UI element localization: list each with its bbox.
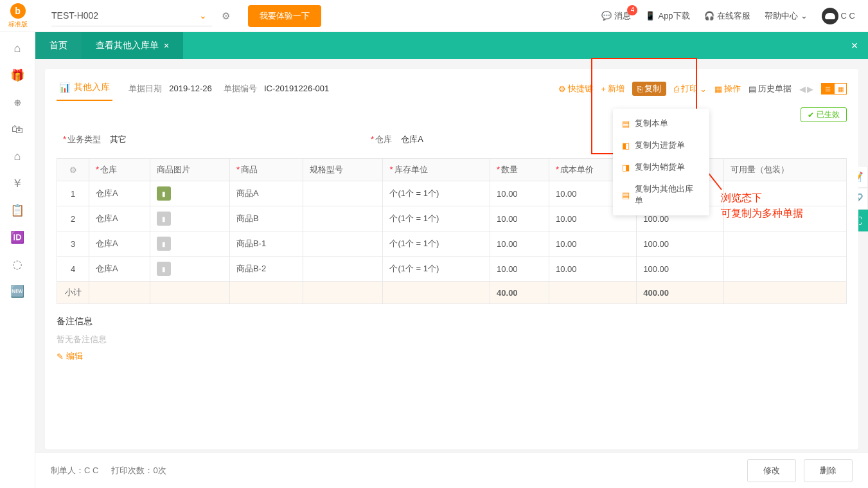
annotation-text: 浏览态下 可复制为多种单据	[721, 190, 803, 221]
tab-home[interactable]: 首页	[35, 32, 82, 59]
warehouse-label: 仓库	[375, 134, 392, 144]
cell-spec	[303, 231, 383, 257]
org-selector[interactable]: TEST-H002 ⌄	[51, 6, 212, 26]
close-all-tabs[interactable]: ×	[841, 32, 868, 59]
money-icon[interactable]: ￥	[11, 177, 24, 190]
tab-view-other-inbound[interactable]: 查看其他入库单 ×	[82, 32, 183, 59]
id-icon[interactable]: 🆔	[11, 231, 24, 244]
tab-active-label: 查看其他入库单	[96, 40, 159, 51]
cell-product: 商品A	[229, 181, 303, 206]
subtotal-row: 小计40.00400.00	[57, 282, 847, 304]
user-menu[interactable]: C C	[822, 8, 855, 24]
cell-available	[724, 257, 847, 282]
cell-unit: 个(1个 = 1个)	[383, 257, 490, 282]
clipboard-icon[interactable]: 📋	[11, 204, 24, 217]
remarks-placeholder: 暂无备注信息	[57, 334, 847, 345]
edit-icon: ✎	[57, 352, 64, 361]
product-image-icon: ▮	[157, 237, 171, 251]
view-toggle: ☰ ▦	[821, 83, 847, 95]
settings-icon[interactable]: ⚙	[222, 10, 230, 22]
creator-info: 制单人：C C	[51, 465, 98, 476]
list-view-toggle[interactable]: ☰	[821, 83, 834, 95]
operate-action[interactable]: ▦操作	[714, 83, 741, 95]
doc-out-icon: ▤	[622, 190, 630, 200]
cell-qty: 10.00	[490, 181, 549, 206]
logo[interactable]: b 标准版	[0, 3, 35, 29]
warehouse-field: *仓库 仓库A	[371, 134, 423, 145]
cell-unit: 个(1个 = 1个)	[383, 181, 490, 206]
messages-link[interactable]: 💬 消息 4	[601, 10, 631, 22]
online-service-label: 在线客服	[717, 10, 750, 22]
copy-sales-item[interactable]: ◨复制为销货单	[613, 156, 709, 178]
dotted-circle-icon[interactable]: ◌	[11, 258, 24, 271]
date-label: 单据日期	[128, 84, 162, 93]
online-service-link[interactable]: 🎧 在线客服	[704, 10, 750, 22]
cell-image: ▮	[150, 231, 229, 257]
help-center-link[interactable]: 帮助中心 ⌄	[765, 10, 808, 22]
close-icon[interactable]: ×	[164, 41, 169, 51]
subtotal-amount: 400.00	[637, 282, 724, 304]
edit-remarks-link[interactable]: ✎ 编辑	[57, 350, 847, 362]
row-index: 3	[57, 231, 89, 257]
logo-subtitle: 标准版	[8, 20, 28, 29]
copy-purchase-item[interactable]: ◧复制为进货单	[613, 134, 709, 156]
cart-in-icon: ◧	[622, 141, 630, 150]
gear-column[interactable]: ⚙	[57, 159, 89, 181]
dd-label-1: 复制本单	[635, 118, 668, 129]
home-icon[interactable]: ⌂	[11, 42, 24, 55]
copy-action[interactable]: ⎘复制	[632, 82, 666, 96]
form-row: *业务类型 其它 *仓库 仓库A	[45, 129, 858, 158]
modify-button[interactable]: 修改	[747, 459, 796, 482]
anno-line-1: 浏览态下	[721, 190, 803, 206]
house-money-icon[interactable]: ⎈	[11, 96, 24, 109]
cell-spec	[303, 181, 383, 206]
copy-other-outbound-item[interactable]: ▤复制为其他出库单	[613, 178, 709, 212]
app-download-label: App下载	[658, 10, 689, 22]
copy-icon: ⎘	[637, 84, 642, 94]
subtotal-label: 小计	[57, 282, 89, 304]
add-action[interactable]: +新增	[601, 83, 624, 95]
warehouse-icon[interactable]: ⌂	[11, 150, 24, 163]
delete-button[interactable]: 删除	[804, 459, 853, 482]
table-row[interactable]: 3仓库A▮商品B-1个(1个 = 1个)10.0010.00100.00	[57, 231, 847, 257]
remarks-section: 备注信息 暂无备注信息 ✎ 编辑	[45, 304, 858, 362]
phone-icon: 📱	[645, 11, 655, 21]
th-available: 可用量（包装）	[724, 159, 847, 181]
date-value: 2019-12-26	[169, 84, 212, 93]
gift-icon[interactable]: 🎁	[11, 69, 24, 82]
dd-label-2: 复制为进货单	[635, 140, 685, 151]
row-index: 2	[57, 206, 89, 231]
history-action[interactable]: ▤历史单据	[748, 83, 792, 95]
nav-arrows: ◀ ▶	[799, 84, 813, 94]
print-icon: ⎙	[674, 84, 679, 94]
bag-icon[interactable]: 🛍	[11, 123, 24, 136]
cell-warehouse: 仓库A	[89, 181, 150, 206]
doc-header: 📊 其他入库 单据日期 2019-12-26 单据编号 IC-20191226-…	[45, 69, 858, 101]
table-row[interactable]: 4仓库A▮商品B-2个(1个 = 1个)10.0010.00100.00	[57, 257, 847, 282]
plus-icon: +	[601, 84, 606, 94]
next-arrow[interactable]: ▶	[807, 84, 813, 94]
check-icon: ✔	[808, 111, 814, 120]
cell-product: 商品B	[229, 206, 303, 231]
trial-button[interactable]: 我要体验一下	[248, 5, 321, 27]
document-card: 📊 其他入库 单据日期 2019-12-26 单据编号 IC-20191226-…	[45, 69, 858, 449]
cell-spec	[303, 257, 383, 282]
app-download-link[interactable]: 📱 App下载	[645, 10, 689, 22]
print-action[interactable]: ⎙打印⌄	[674, 83, 707, 95]
cell-amount: 100.00	[637, 231, 724, 257]
copy-self-item[interactable]: ▤复制本单	[613, 113, 709, 134]
doc-title: 其他入库	[74, 82, 110, 93]
history-label: 历史单据	[758, 83, 792, 95]
doc-type-tab[interactable]: 📊 其他入库	[57, 77, 112, 101]
table-header-row: ⚙ *仓库 商品图片 *商品 规格型号 *库存单位 *数量 *成本单价 *成本金…	[57, 159, 847, 181]
avatar-icon	[822, 8, 838, 24]
grid-view-toggle[interactable]: ▦	[834, 83, 847, 95]
copy-label: 复制	[644, 83, 661, 95]
shortcut-action[interactable]: ⚙快捷键	[558, 83, 593, 95]
user-name: C C	[841, 11, 855, 21]
cell-unit: 个(1个 = 1个)	[383, 206, 490, 231]
prev-arrow[interactable]: ◀	[799, 84, 806, 94]
new-icon[interactable]: 🆕	[11, 285, 24, 298]
cell-image: ▮	[150, 181, 229, 206]
org-name: TEST-H002	[51, 10, 98, 21]
